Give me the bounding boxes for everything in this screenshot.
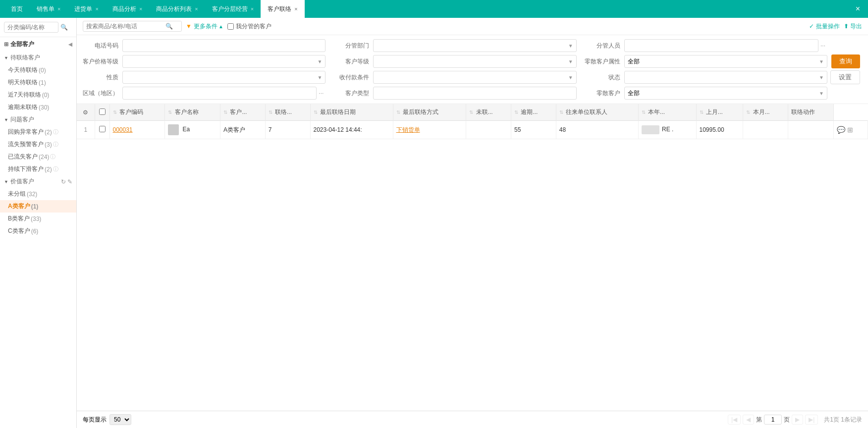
nav-sales[interactable]: 销售单 ×: [30, 0, 67, 18]
table-container: ⚙ ⇅ 客户编码 ⇅ 客户名称: [77, 104, 868, 411]
manager-dots[interactable]: ···: [818, 42, 827, 49]
select-all-checkbox[interactable]: [99, 108, 106, 115]
sort-icon-3: ⇅: [223, 109, 227, 115]
sidebar-item-tomorrow[interactable]: 明天待联络 (1): [0, 76, 76, 89]
content-area: 🔍 ▼ 更多条件 ▲ 我分管的客户 ✓ 批量操作 ⬆ 导出: [77, 18, 868, 428]
region-dots[interactable]: ···: [317, 90, 326, 97]
first-page-btn[interactable]: |◀: [728, 415, 741, 425]
sidebar-group-problem[interactable]: ▼ 问题客户: [0, 113, 76, 126]
sidebar-item-today[interactable]: 今天待联络 (0): [0, 64, 76, 76]
filter-row-4: 区域（地区） ··· 客户类型 零散客户 全部 ▼: [83, 87, 827, 100]
nav-home[interactable]: 首页: [4, 0, 30, 18]
filter-search-input[interactable]: [86, 23, 165, 30]
window-close-button[interactable]: ×: [852, 4, 864, 13]
footer-left: 每页显示 50: [83, 414, 131, 425]
sidebar-search-input[interactable]: [4, 22, 58, 33]
sidebar-group-pending[interactable]: ▼ 待联络客户: [0, 52, 76, 64]
nav-product-analysis-close[interactable]: ×: [139, 6, 142, 12]
customer-grade-select[interactable]: ▼: [373, 55, 576, 68]
sidebar-item-churn-warning[interactable]: 流失预警客户 (3) ⓘ: [0, 138, 76, 151]
nav-customer-contact[interactable]: 客户联络 ×: [261, 0, 304, 18]
status-select[interactable]: ▼: [624, 71, 827, 84]
customer-code-link[interactable]: 000031: [113, 126, 133, 133]
settings-button[interactable]: 设置: [830, 70, 860, 84]
page-size-select[interactable]: 50: [109, 414, 131, 425]
row-index: 1: [77, 121, 95, 139]
status-arrow: ▼: [819, 75, 824, 80]
message-icon[interactable]: 💬: [837, 126, 845, 134]
query-button[interactable]: 查询: [831, 54, 860, 68]
sidebar-item-unclassified[interactable]: 未分组 (32): [0, 188, 76, 200]
nav-product-analysis[interactable]: 商品分析 ×: [106, 0, 149, 18]
payment-select[interactable]: ▼: [373, 71, 576, 84]
filter-dept: 分管部门 ▼: [333, 39, 576, 52]
region-label: 区域（地区）: [83, 89, 122, 98]
region-input[interactable]: [122, 87, 317, 100]
dept-select[interactable]: ▼: [373, 39, 576, 52]
edit-icon[interactable]: ✎: [67, 178, 72, 185]
sidebar-search-icon[interactable]: 🔍: [60, 24, 68, 31]
sidebar-item-b-class[interactable]: B类客户 (33): [0, 213, 76, 225]
sidebar-item-churned[interactable]: 已流失客户 (24) ⓘ: [0, 151, 76, 163]
info-icon-1: ⓘ: [53, 128, 58, 136]
filter-more-btn[interactable]: ▼ 更多条件 ▲: [186, 22, 223, 31]
price-grade-label: 客户价格等级: [83, 57, 122, 66]
row-last-month: [743, 121, 788, 139]
main-layout: 🔍 ⊞ 全部客户 ◀ ▼ 待联络客户 今天待联络 (0) 明天待联络 (1) 近…: [0, 18, 868, 428]
sidebar-item-c-class[interactable]: C类客户 (6): [0, 225, 76, 237]
gear-icon[interactable]: ⚙: [83, 109, 88, 116]
nav-purchase-close[interactable]: ×: [95, 6, 98, 12]
price-grade-select[interactable]: ▼: [122, 55, 326, 68]
info-icon-4: ⓘ: [53, 165, 58, 173]
batch-operation-btn[interactable]: ✓ 批量操作: [809, 22, 839, 31]
row-checkbox[interactable]: [99, 126, 106, 132]
nature-select[interactable]: ▼: [122, 71, 326, 84]
sidebar-item-7days[interactable]: 近7天待联络 (0): [0, 89, 76, 101]
page-input[interactable]: [764, 415, 782, 425]
filter-row-2: 客户价格等级 ▼ 客户等级 ▼: [83, 55, 827, 68]
retail-customer-select[interactable]: 全部 ▼: [624, 87, 827, 100]
customer-grade-arrow: ▼: [568, 59, 573, 64]
sidebar-item-overdue[interactable]: 逾期未联络 (30): [0, 101, 76, 113]
sidebar-item-declining[interactable]: 持续下滑客户 (2) ⓘ: [0, 163, 76, 175]
sort-icon-10: ⇅: [642, 109, 646, 115]
filter-customer-grade: 客户等级 ▼: [333, 55, 576, 68]
sidebar-group-value[interactable]: ▼ 价值客户 ↻ ✎: [0, 175, 76, 188]
advanced-filters: 电话号码 分管部门 ▼ 分管人员: [77, 35, 868, 104]
retail-customer-label: 零散客户: [585, 89, 624, 98]
my-customers-checkbox[interactable]: [227, 23, 234, 30]
export-btn[interactable]: ⬆ 导出: [844, 22, 862, 31]
nav-sales-close[interactable]: ×: [57, 6, 60, 12]
next-page-btn[interactable]: ▶: [792, 415, 803, 425]
sidebar-item-repurchase-abnormal[interactable]: 回购异常客户 (2) ⓘ: [0, 126, 76, 138]
retail-attr-select[interactable]: 全部 ▼: [624, 55, 827, 68]
nav-customer-contact-close[interactable]: ×: [294, 6, 297, 12]
filter-actions: ✓ 批量操作 ⬆ 导出: [809, 22, 862, 31]
refresh-icon[interactable]: ↻: [61, 178, 66, 185]
contact-method-link[interactable]: 下销货单: [396, 126, 420, 133]
sort-icon-5: ⇅: [314, 109, 318, 115]
last-page-btn[interactable]: ▶|: [805, 415, 818, 425]
col-last-contact-method: ⇅ 最后联络方式: [393, 104, 466, 121]
qr-icon[interactable]: ⊞: [847, 126, 853, 134]
col-actions: 联络动作: [788, 104, 834, 121]
sidebar-item-a-class[interactable]: A类客户 (1): [0, 200, 76, 213]
customer-type-input[interactable]: [373, 87, 576, 100]
phone-input[interactable]: [122, 39, 326, 52]
sort-icon-2: ⇅: [168, 109, 172, 115]
batch-icon: ✓: [809, 23, 814, 30]
col-customer-type: ⇅ 客户...: [220, 104, 266, 121]
nav-purchase[interactable]: 进货单 ×: [67, 0, 105, 18]
filter-search-icon[interactable]: 🔍: [165, 23, 173, 30]
prev-page-btn[interactable]: ◀: [743, 415, 754, 425]
sidebar-all-customers[interactable]: ⊞ 全部客户 ◀: [0, 37, 76, 52]
nav-customer-tier-close[interactable]: ×: [251, 6, 254, 12]
grid-icon: ⊞: [4, 41, 8, 48]
row-this-year: 10995.00: [696, 121, 743, 139]
manager-input[interactable]: [624, 39, 818, 52]
nav-product-list-close[interactable]: ×: [195, 6, 198, 12]
nav-customer-tier[interactable]: 客户分层经营 ×: [205, 0, 261, 18]
nav-product-list[interactable]: 商品分析列表 ×: [149, 0, 205, 18]
filter-row-1: 电话号码 分管部门 ▼ 分管人员: [83, 39, 827, 52]
my-customers-filter[interactable]: 我分管的客户: [227, 22, 271, 31]
